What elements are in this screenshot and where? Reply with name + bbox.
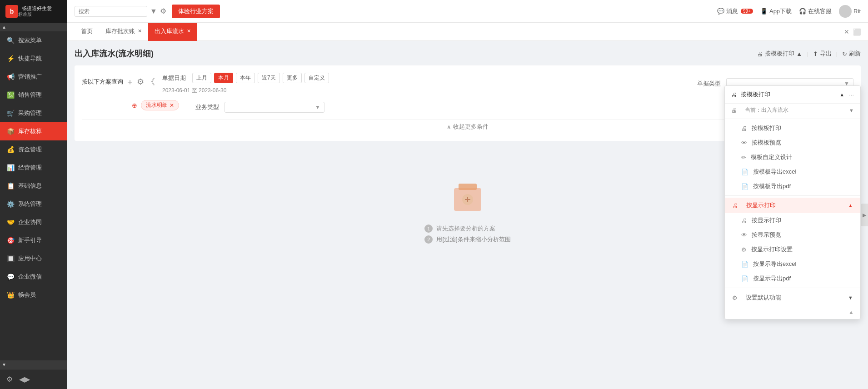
sidebar-scroll-up[interactable]: ▲ <box>0 23 67 31</box>
export-icon: ⬆ <box>813 50 818 57</box>
topbar-search-area: ▼ ⚙ <box>75 6 166 17</box>
message-button[interactable]: 💬 消息 99+ <box>717 7 753 15</box>
date-custom[interactable]: 自定义 <box>304 73 329 83</box>
dropdown-scroll-area: ▲ <box>725 305 860 319</box>
maximize-icon[interactable]: ⬜ <box>853 28 861 35</box>
sidebar-item-operation[interactable]: 📊 经营管理 <box>0 159 67 177</box>
tab-maximize-area: ✕ ⬜ <box>844 28 861 35</box>
sidebar-item-marketing[interactable]: 📢 营销推广 <box>0 68 67 86</box>
biz-chevron-icon: ▼ <box>315 104 320 110</box>
chevron-up-icon: ∧ <box>447 124 451 130</box>
tag-filter-area: ⊕ 流水明细 ✕ <box>132 100 179 110</box>
online-service-button[interactable]: 🎧 在线客服 <box>799 7 832 15</box>
settings-bottom-icon[interactable]: ⚙ <box>6 375 13 384</box>
list-icon: 📋 <box>6 182 15 190</box>
date-last-month[interactable]: 上月 <box>192 73 211 83</box>
dropdown-template-custom[interactable]: ✏ 模板自定义设计 <box>725 150 860 165</box>
right-panel-toggle[interactable]: ▶ <box>861 204 868 226</box>
sidebar-item-enterprise[interactable]: 🤝 企业协同 <box>0 213 67 231</box>
date-more[interactable]: 更多 <box>283 73 302 83</box>
sidebar-item-basic[interactable]: 📋 基础信息 <box>0 177 67 195</box>
analytics-icon: 📊 <box>6 164 15 172</box>
topbar-right: 💬 消息 99+ 📱 App下载 🎧 在线客服 Rit <box>717 5 861 18</box>
tab-flow[interactable]: 出入库流水 ✕ <box>148 23 197 41</box>
sidebar-logo: b 畅捷通好生意 标准版 <box>0 0 67 23</box>
app-download-button[interactable]: 📱 App下载 <box>760 7 792 15</box>
filter-tag[interactable]: 流水明细 ✕ <box>141 100 179 110</box>
sidebar-item-guide[interactable]: 🎯 新手引导 <box>0 231 67 249</box>
sidebar-nav: 🔍 搜索菜单 ⚡ 快捷导航 📢 营销推广 💹 销售管理 🛒 采购管理 📦 <box>0 31 67 360</box>
dropdown-template-preview[interactable]: 👁 按模板预览 <box>725 135 860 150</box>
export-button[interactable]: ⬆ 导出 <box>813 50 832 58</box>
tab-batch-ledger[interactable]: 库存批次账 ✕ <box>99 23 148 41</box>
date-filter-field: 单据日期 上月 本月 本年 近7天 更多 自定义 2023-06-01 至 20… <box>162 73 329 95</box>
sidebar-item-purchase[interactable]: 🛒 采购管理 <box>0 104 67 122</box>
sidebar-item-search[interactable]: 🔍 搜索菜单 <box>0 31 67 50</box>
tab-home[interactable]: 首页 <box>75 23 99 41</box>
industry-solution-button[interactable]: 体验行业方案 <box>172 5 220 18</box>
collapse-filter-button[interactable]: 《 <box>147 76 155 87</box>
money-icon: 💰 <box>6 145 15 154</box>
biz-type-label: 业务类型 <box>195 103 219 111</box>
dropdown-template-excel[interactable]: 📄 按模板导出excel <box>725 165 860 179</box>
display-excel-icon: 📄 <box>741 261 748 268</box>
dropdown-template-pdf[interactable]: 📄 按模板导出pdf <box>725 179 860 194</box>
restore-icon[interactable]: ✕ <box>844 28 849 35</box>
sidebar-item-wechat[interactable]: 💬 企业微信 <box>0 268 67 286</box>
dropdown-chevron-up[interactable]: ▲ <box>839 92 844 97</box>
dropdown-display-settings[interactable]: ⚙ 按显示打印设置 <box>725 242 860 257</box>
chart-icon: 💹 <box>6 91 15 99</box>
sidebar-item-finance[interactable]: 💰 资金管理 <box>0 140 67 159</box>
dropdown-current[interactable]: 🖨 当前：出入库流水 ▼ <box>725 104 860 117</box>
print-template-button[interactable]: 🖨 按模板打印 ▲ <box>757 50 802 58</box>
refresh-button[interactable]: ↻ 刷新 <box>842 50 861 58</box>
sidebar-item-member[interactable]: 👑 畅会员 <box>0 286 67 304</box>
sidebar-item-sales[interactable]: 💹 销售管理 <box>0 86 67 104</box>
dropdown-scroll-up[interactable]: ▲ <box>846 306 857 318</box>
hint-item-1: 1 请先选择要分析的方案 <box>424 224 510 233</box>
biz-type-select[interactable]: ▼ <box>224 102 324 113</box>
filter-label: 按以下方案查询 <box>82 78 123 86</box>
sidebar-item-quick-nav[interactable]: ⚡ 快捷导航 <box>0 50 67 68</box>
refresh-icon: ↻ <box>842 50 847 57</box>
main-content: ▼ ⚙ 体验行业方案 💬 消息 99+ 📱 App下载 🎧 在线客服 <box>67 0 868 389</box>
search-dropdown-icon[interactable]: ▼ <box>150 7 157 15</box>
date-last-7days[interactable]: 近7天 <box>258 73 280 83</box>
collapse-icon[interactable]: ◀▶ <box>19 375 30 384</box>
search-input[interactable] <box>75 6 147 17</box>
default-settings-chevron[interactable]: ▼ <box>848 295 853 300</box>
dropdown-default-settings[interactable]: ⚙ 设置默认功能 ▼ <box>725 290 860 305</box>
dropdown-display-pdf[interactable]: 📄 按显示导出pdf <box>725 271 860 286</box>
tab-batch-ledger-close[interactable]: ✕ <box>138 28 142 34</box>
tag-close-icon[interactable]: ✕ <box>170 102 174 109</box>
divider2: | <box>836 50 838 57</box>
display-print-section-icon: 🖨 <box>732 202 738 209</box>
sidebar-item-apps[interactable]: 🔲 应用中心 <box>0 249 67 268</box>
date-this-month[interactable]: 本月 <box>214 73 233 83</box>
sidebar-item-inventory[interactable]: 📦 库存核算 <box>0 122 67 140</box>
box-icon: 📦 <box>6 127 15 135</box>
add-filter-button[interactable]: ＋ <box>126 76 134 87</box>
page-content: 出入库流水(流水明细) 🖨 按模板打印 ▲ | ⬆ 导出 | ↻ <box>67 41 868 389</box>
template-excel-icon: 📄 <box>741 169 748 175</box>
date-this-year[interactable]: 本年 <box>236 73 255 83</box>
dropdown-display-excel[interactable]: 📄 按显示导出excel <box>725 257 860 271</box>
search-settings-icon[interactable]: ⚙ <box>160 7 166 15</box>
dropdown-template-print[interactable]: 🖨 按模板打印 <box>725 121 860 135</box>
filter-settings-button[interactable]: ⚙ <box>137 77 144 87</box>
dropdown-display-preview[interactable]: 👁 按显示预览 <box>725 228 860 242</box>
tab-flow-close[interactable]: ✕ <box>187 28 191 34</box>
dropdown-display-section-header[interactable]: 🖨 按显示打印 ▲ <box>725 198 860 213</box>
display-section-chevron[interactable]: ▲ <box>848 203 853 208</box>
username-label: Rit <box>853 8 861 15</box>
sidebar-bottom: ⚙ ◀▶ <box>0 369 67 389</box>
dropdown-print-icon: 🖨 <box>731 91 737 98</box>
print-dropdown-panel: 🖨 按模板打印 ▲ ··· 🖨 当前：出入库流水 ▼ 🖨 按模板打印 <box>724 85 861 319</box>
sidebar-scroll-down[interactable]: ▼ <box>0 360 67 369</box>
dropdown-display-print[interactable]: 🖨 按显示打印 <box>725 213 860 228</box>
sidebar-item-system[interactable]: ⚙️ 系统管理 <box>0 195 67 213</box>
user-avatar-area[interactable]: Rit <box>839 5 861 18</box>
chevron-up-icon: ▲ <box>796 50 802 57</box>
current-chevron[interactable]: ▼ <box>849 108 854 113</box>
dropdown-more-icon[interactable]: ··· <box>849 91 854 98</box>
